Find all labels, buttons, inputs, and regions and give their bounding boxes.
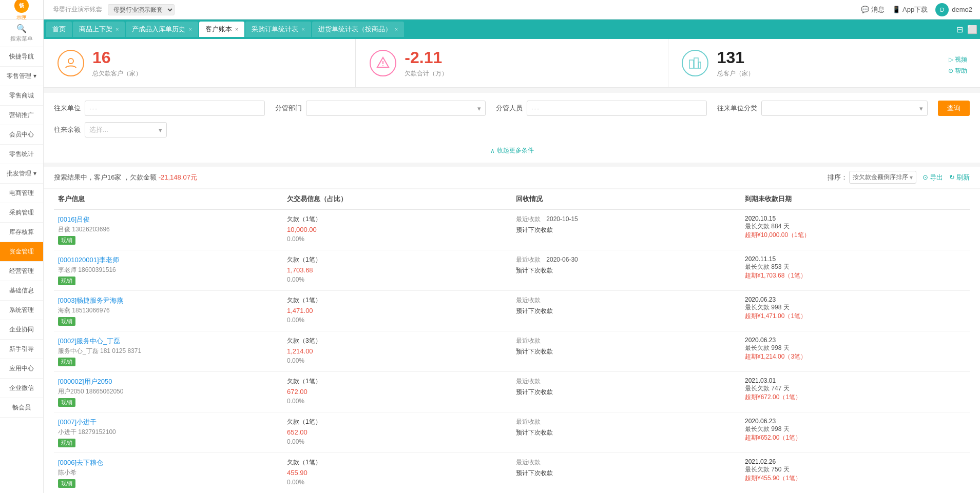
- overdue-text-3[interactable]: 超期¥1,471.00（1笔）: [745, 312, 966, 321]
- filter-dept-input[interactable]: [306, 101, 486, 116]
- sidebar-item-wholesale[interactable]: 批发管理 ▾: [0, 164, 43, 184]
- customer-name-4[interactable]: [0002]服务中心_丁磊: [58, 337, 279, 346]
- app-container: 畅 示匣 母婴行业演示账套 母婴行业演示账套 💬 demo2 消息 📱 App下…: [0, 0, 980, 493]
- help-icon: ⊙: [948, 67, 953, 74]
- overdue-text-6[interactable]: 超期¥652.00（1笔）: [745, 433, 966, 442]
- customer-tag-1: 现销: [58, 236, 75, 245]
- system-label: 系统管理: [9, 306, 34, 313]
- suite-selector[interactable]: 母婴行业演示账套: [108, 4, 175, 15]
- sidebar-item-quick-nav[interactable]: 快捷导航: [0, 47, 43, 67]
- overdue-text-7[interactable]: 超期¥455.90（1笔）: [745, 474, 966, 483]
- customer-name-3[interactable]: [0003]畅捷服务尹海燕: [58, 296, 279, 305]
- debt-pct-4: 0.00%: [287, 357, 508, 364]
- video-icon: ▷: [949, 56, 953, 63]
- customer-tag-7: 现销: [58, 479, 75, 488]
- cell-recover-2: 最近收款 2020-06-30 预计下次收款: [512, 255, 741, 275]
- tab-inbound-stats-close[interactable]: ×: [395, 26, 398, 32]
- sidebar-item-wechat[interactable]: 企业微信: [0, 379, 43, 398]
- debt-pct-3: 0.00%: [287, 317, 508, 324]
- top-app-bar: 畅 示匣 母婴行业演示账套 母婴行业演示账套 💬 demo2 消息 📱 App下…: [0, 0, 980, 19]
- app-download-btn[interactable]: 📱 App下载: [892, 5, 928, 14]
- sidebar-item-purchase[interactable]: 采购管理: [0, 203, 43, 223]
- refresh-btn[interactable]: ↻ 刷新: [949, 173, 970, 182]
- tab-prod-inbound[interactable]: 产成品入库单历史 ×: [126, 22, 198, 37]
- debt-pct-6: 0.00%: [287, 438, 508, 445]
- cell-due-5: 2021.03.01 最长欠款 747 天 超期¥672.00（1笔）: [741, 377, 970, 402]
- customer-name-5[interactable]: [000002]用户2050: [58, 377, 279, 386]
- sidebar-item-inventory[interactable]: 库存核算: [0, 223, 43, 242]
- tab-collapse-icon[interactable]: ⊟: [956, 25, 963, 34]
- sidebar-item-management[interactable]: 经营管理: [0, 262, 43, 281]
- sidebar-item-system[interactable]: 系统管理: [0, 301, 43, 320]
- sidebar-item-basic-info[interactable]: 基础信息: [0, 281, 43, 301]
- logo-icon: 畅: [19, 2, 24, 9]
- query-btn[interactable]: 查询: [938, 101, 970, 116]
- marketing-label: 营销推广: [9, 111, 34, 119]
- message-btn[interactable]: 💬 demo2 消息: [861, 5, 885, 14]
- customer-name-6[interactable]: [0007]小进干: [58, 418, 279, 427]
- user-name: demo2: [952, 6, 972, 13]
- sidebar-item-retail-mall[interactable]: 零售商城: [0, 86, 43, 106]
- overdue-days-5: 最长欠款 747 天: [745, 384, 966, 393]
- tab-purchase-stats[interactable]: 采购订单统计表 ×: [245, 22, 311, 37]
- customer-name-1[interactable]: [0016]吕俊: [58, 215, 279, 224]
- sort-label: 排序： 按欠款金额倒序排序: [828, 171, 916, 184]
- tab-product-status[interactable]: 商品上下架 ×: [73, 22, 125, 37]
- tab-inbound-stats[interactable]: 进货单统计表（按商品） ×: [312, 22, 404, 37]
- sidebar-item-collab[interactable]: 企业协同: [0, 320, 43, 340]
- customer-name-2[interactable]: [0001020001]李老师: [58, 255, 279, 265]
- debt-amount-3: 1,471.00: [287, 307, 508, 314]
- tab-customer-account-close[interactable]: ×: [235, 26, 238, 32]
- filter-balance-input[interactable]: 选择...: [85, 122, 167, 137]
- filter-person-input[interactable]: ···: [527, 101, 707, 116]
- overdue-text-5[interactable]: 超期¥672.00（1笔）: [745, 393, 966, 402]
- overdue-amount: -2.11: [405, 48, 448, 67]
- tab-home[interactable]: 首页: [46, 22, 72, 37]
- sort-select[interactable]: 按欠款金额倒序排序: [849, 171, 916, 184]
- tab-customer-account[interactable]: 客户账本 ×: [199, 22, 244, 37]
- sidebar: 🔍 搜索菜单 快捷导航 零售管理 ▾ 零售商城 营销推广 会员中心 零售统计: [0, 19, 44, 493]
- export-btn[interactable]: ⊙ 导出: [923, 173, 943, 182]
- cell-customer-3: [0003]畅捷服务尹海燕 海燕 18513066976 现销: [54, 296, 283, 326]
- overdue-text-4[interactable]: 超期¥1,214.00（3笔）: [745, 352, 966, 361]
- collapse-row[interactable]: ∧ 收起更多条件: [54, 144, 970, 160]
- sidebar-item-vip[interactable]: 畅会员: [0, 398, 43, 418]
- debt-pct-2: 0.00%: [287, 276, 508, 283]
- sidebar-search-area: 🔍 搜索菜单: [0, 19, 43, 47]
- filter-row-1: 往来单位 ··· 分管部门 分管人员: [54, 101, 970, 116]
- sidebar-item-apps[interactable]: 应用中心: [0, 359, 43, 379]
- debt-count-3: 欠款（1笔）: [287, 296, 508, 305]
- sidebar-item-guide[interactable]: 新手引导: [0, 340, 43, 359]
- quick-nav-label: 快捷导航: [9, 53, 34, 60]
- table-row: [0001020001]李老师 李老师 18600391516 现销 欠款（1笔…: [54, 250, 970, 291]
- user-avatar[interactable]: D demo2: [935, 3, 972, 16]
- customer-name-7[interactable]: [0006]去下粮仓: [58, 458, 279, 467]
- sidebar-item-finance[interactable]: 资金管理: [0, 242, 43, 262]
- total-count: 131: [717, 48, 754, 67]
- help-btn[interactable]: ⊙ 帮助: [948, 67, 967, 75]
- tab-prod-inbound-close[interactable]: ×: [188, 26, 191, 32]
- next-recv-3: 预计下次收款: [516, 307, 737, 315]
- video-btn[interactable]: ▷ 视频: [949, 55, 967, 64]
- sidebar-item-retail-stats[interactable]: 零售统计: [0, 145, 43, 164]
- sidebar-item-member[interactable]: 会员中心: [0, 125, 43, 145]
- collapse-text: 收起更多条件: [497, 146, 534, 155]
- tab-product-status-close[interactable]: ×: [116, 26, 119, 32]
- stat-icon-customers: [56, 49, 85, 77]
- result-actions: 排序： 按欠款金额倒序排序 ⊙ 导出 ↻ 刷新: [828, 171, 970, 184]
- sidebar-item-retail-mgmt[interactable]: 零售管理 ▾: [0, 67, 43, 86]
- filter-classify-input[interactable]: [761, 101, 928, 116]
- suite-name: 母婴行业演示账套: [49, 5, 106, 14]
- sidebar-item-ecommerce[interactable]: 电商管理: [0, 184, 43, 203]
- last-recv-4: 最近收款: [516, 337, 737, 345]
- table-area: 客户信息 欠交易信息（占比） 回收情况 到期未收款日期 [0016]吕俊 吕俊 …: [44, 189, 980, 493]
- video-label: 视频: [955, 55, 967, 64]
- sidebar-item-marketing[interactable]: 营销推广: [0, 106, 43, 125]
- overdue-text-2[interactable]: 超期¥1,703.68（1笔）: [745, 271, 966, 280]
- tab-purchase-stats-close[interactable]: ×: [301, 26, 304, 32]
- tab-maximize-icon[interactable]: ⬜: [967, 25, 977, 34]
- overdue-text-1[interactable]: 超期¥10,000.00（1笔）: [745, 231, 966, 240]
- filter-unit-input[interactable]: ···: [85, 101, 265, 116]
- due-date-5: 2021.03.01: [745, 377, 966, 384]
- next-recv-5: 预计下次收款: [516, 388, 737, 397]
